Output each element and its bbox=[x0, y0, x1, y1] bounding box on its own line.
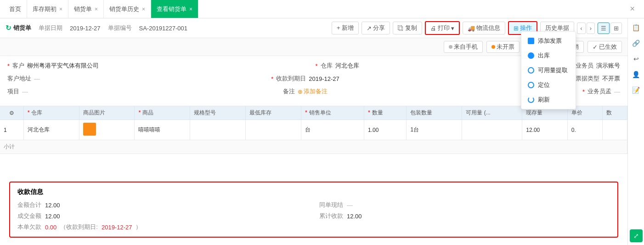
view-toggle: ☰ ⊞ bbox=[598, 23, 622, 34]
grid-view-button[interactable]: ⊞ bbox=[610, 23, 622, 34]
subtotal-label: 小计 bbox=[0, 140, 627, 154]
project-label: 项目 bbox=[7, 87, 19, 96]
payment-info-grid: 金额合计 12.00 同单现结 — 成交金额 12.00 累计收款 12.00 bbox=[17, 201, 610, 231]
product-table: ⚙ * 仓库 商品图片 * 商品 规格型号 最低库存 * 销售单位 * 数量 包… bbox=[0, 106, 627, 154]
sidebar-expand-icon[interactable]: ⤢ bbox=[630, 229, 643, 242]
amount-total-field: 金额合计 12.00 bbox=[17, 201, 308, 209]
sales-emp-value[interactable]: — bbox=[614, 88, 620, 95]
customer-field: * 客户 柳州粤港平安气体有限公司 bbox=[7, 62, 99, 70]
sidebar-link-icon[interactable]: 🔗 bbox=[630, 37, 643, 50]
tab-home[interactable]: 首页 bbox=[4, 0, 27, 18]
add-remark-button[interactable]: ⊕ 添加备注 bbox=[298, 87, 328, 96]
employee-value: 演示账号 bbox=[596, 62, 620, 70]
row-min-stock bbox=[246, 120, 301, 140]
list-view-button[interactable]: ☰ bbox=[598, 23, 610, 34]
plus-icon: ⊕ bbox=[298, 88, 303, 95]
row-unit: 台 bbox=[301, 120, 364, 140]
toolbar-actions: + 新增 ↗ 分享 ⿻ 复制 🖨 打印 ▾ 🚚 物流信息 bbox=[332, 21, 622, 35]
available-qty-icon bbox=[528, 67, 534, 74]
not-open-dot bbox=[491, 45, 495, 49]
next-button[interactable]: › bbox=[587, 23, 595, 34]
warehouse-value[interactable]: 河北仓库 bbox=[335, 62, 359, 70]
customer-value[interactable]: 柳州粤港平安气体有限公司 bbox=[27, 62, 99, 70]
menu-add-invoice[interactable]: 添加发票 bbox=[521, 34, 576, 48]
row-img bbox=[79, 120, 135, 140]
right-sidebar: 📋 🔗 ↩ 👤 📝 ⤢ bbox=[627, 18, 644, 245]
col-settings[interactable]: ⚙ bbox=[0, 106, 23, 120]
sidebar-note-icon[interactable]: 📝 bbox=[630, 84, 643, 97]
table-row: 1 河北仓库 嘻嘻嘻嘻 台 1.00 1台 12.00 0. bbox=[0, 120, 627, 140]
tab-sales-history[interactable]: 销货单历史 × bbox=[104, 0, 151, 18]
payment-date-required: * bbox=[271, 75, 273, 82]
doc-meta: 单据日期 2019-12-27 单据编号 SA-20191227-001 bbox=[39, 24, 187, 32]
copy-button[interactable]: ⿻ 复制 bbox=[393, 22, 422, 34]
amount-label: 金额合计 bbox=[17, 201, 41, 209]
prev-button[interactable]: ‹ bbox=[577, 23, 585, 34]
bottom-area: 收款信息 金额合计 12.00 同单现结 — 成交金额 12.00 bbox=[0, 174, 627, 245]
remark-field: 备注 ⊕ 添加备注 bbox=[283, 87, 328, 96]
logistics-button[interactable]: 🚚 物流信息 bbox=[463, 22, 505, 34]
locate-icon bbox=[528, 82, 534, 88]
operations-dropdown: 添加发票 出库 可用量提取 定位 刷新 bbox=[521, 31, 576, 109]
from-phone-button[interactable]: 来自手机 bbox=[444, 41, 483, 53]
warehouse-label: 仓库 bbox=[321, 62, 333, 70]
effective-check-icon: ✓ bbox=[593, 44, 598, 51]
print-icon: 🖨 bbox=[430, 25, 436, 32]
tab-inventory-open-close[interactable]: × bbox=[59, 6, 62, 12]
sidebar-user-icon[interactable]: 👤 bbox=[630, 68, 643, 81]
cumulative-value: 12.00 bbox=[347, 213, 362, 220]
transaction-value: 12.00 bbox=[45, 213, 60, 220]
print-button[interactable]: 🖨 打印 ▾ bbox=[425, 21, 460, 35]
row-qty: 1.00 bbox=[364, 120, 407, 140]
sales-emp-label: 业务员孟 bbox=[588, 87, 611, 96]
same-order-label: 同单现结 bbox=[319, 201, 343, 209]
menu-refresh[interactable]: 刷新 bbox=[521, 92, 576, 107]
project-value[interactable]: — bbox=[22, 88, 28, 95]
col-min-stock: 最低库存 bbox=[246, 106, 301, 120]
doc-type-label: 销货单 bbox=[13, 24, 31, 32]
tab-view-sales-close[interactable]: × bbox=[189, 6, 192, 12]
menu-locate[interactable]: 定位 bbox=[521, 78, 576, 92]
tab-sales-order-close[interactable]: × bbox=[95, 6, 98, 12]
menu-available-qty[interactable]: 可用量提取 bbox=[521, 63, 576, 78]
tab-sales-history-close[interactable]: × bbox=[142, 6, 145, 12]
effective-button[interactable]: ✓ 已生效 bbox=[588, 41, 622, 53]
doc-type-badge: ↻ 销货单 bbox=[6, 24, 31, 32]
date-label: 单据日期 bbox=[39, 24, 62, 32]
col-pkg-qty: 包装数量 bbox=[407, 106, 462, 120]
row-available bbox=[462, 120, 522, 140]
due-date: 2019-12-27 bbox=[102, 224, 132, 231]
payment-date-value[interactable]: 2019-12-27 bbox=[309, 75, 339, 82]
row-stock: 12.00 bbox=[522, 120, 568, 140]
row-pkg-qty: 1台 bbox=[407, 120, 462, 140]
ticket-type-label: 票据类型 bbox=[576, 74, 599, 83]
customer-required: * bbox=[7, 63, 10, 69]
payment-info-title: 收款信息 bbox=[17, 188, 610, 196]
payment-date-label: 收款到期日 bbox=[276, 74, 306, 83]
row-spec bbox=[190, 120, 246, 140]
grid-icon: ⊞ bbox=[514, 25, 519, 32]
same-order-value: — bbox=[347, 202, 353, 209]
col-qty: * 数量 bbox=[364, 106, 407, 120]
transaction-field: 成交金额 12.00 bbox=[17, 212, 308, 220]
sidebar-doc-icon[interactable]: 📋 bbox=[630, 21, 643, 34]
ticket-type-value[interactable]: 不开票 bbox=[602, 74, 620, 83]
tab-bar-close-button[interactable]: × bbox=[624, 4, 640, 14]
not-open-button[interactable]: 未开票 bbox=[486, 41, 520, 53]
tab-inventory-open[interactable]: 库存期初 × bbox=[27, 0, 68, 18]
row-warehouse: 河北仓库 bbox=[23, 120, 79, 140]
tab-view-sales[interactable]: 查看销货单 × bbox=[151, 0, 198, 18]
address-value[interactable]: — bbox=[34, 75, 40, 82]
sidebar-return-icon[interactable]: ↩ bbox=[630, 52, 643, 65]
share-button[interactable]: ↗ 分享 bbox=[362, 22, 390, 34]
due-label: 本单欠款 bbox=[17, 223, 41, 231]
copy-icon: ⿻ bbox=[398, 25, 404, 32]
new-button[interactable]: + 新增 bbox=[332, 22, 359, 34]
product-image bbox=[83, 123, 96, 136]
col-product: * 商品 bbox=[135, 106, 190, 120]
menu-outbound[interactable]: 出库 bbox=[521, 48, 576, 63]
warehouse-field: * 仓库 河北仓库 bbox=[316, 62, 359, 70]
cumulative-label: 累计收款 bbox=[319, 212, 343, 220]
tab-sales-order[interactable]: 销货单 × bbox=[68, 0, 104, 18]
add-invoice-icon bbox=[528, 38, 534, 44]
